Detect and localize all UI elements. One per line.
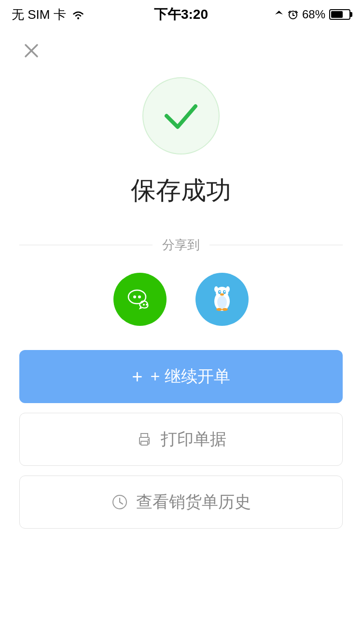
svg-point-17 <box>224 291 225 293</box>
svg-line-30 <box>120 502 123 504</box>
continue-label: + 继续开单 <box>150 365 230 388</box>
svg-point-19 <box>217 296 227 308</box>
clock-icon <box>111 493 128 511</box>
wifi-icon <box>71 9 85 20</box>
continue-icon: + <box>132 366 142 387</box>
checkmark-icon <box>159 94 203 138</box>
svg-point-20 <box>216 308 222 311</box>
qq-icon <box>207 284 237 315</box>
svg-point-16 <box>219 291 221 293</box>
svg-point-27 <box>148 439 149 441</box>
battery-percent: 68% <box>302 8 325 21</box>
qq-share-button[interactable] <box>195 273 249 326</box>
share-label: 分享到 <box>162 237 200 253</box>
share-divider: 分享到 <box>19 237 343 253</box>
print-button[interactable]: 打印单据 <box>19 413 343 466</box>
status-left: 无 SIM 卡 <box>12 6 85 23</box>
share-icons <box>19 273 343 326</box>
action-buttons: + + 继续开单 打印单据 查看销货单历史 <box>19 350 343 529</box>
wechat-share-button[interactable] <box>113 273 167 326</box>
print-label: 打印单据 <box>161 428 226 450</box>
svg-point-7 <box>133 295 136 298</box>
svg-rect-26 <box>141 434 148 437</box>
svg-point-21 <box>222 308 228 311</box>
history-label: 查看销货单历史 <box>136 491 251 513</box>
svg-point-10 <box>146 304 148 306</box>
printer-icon <box>136 431 153 448</box>
svg-point-23 <box>226 286 230 292</box>
battery-indicator <box>329 9 350 20</box>
svg-point-9 <box>143 304 145 306</box>
main-content: 保存成功 分享到 <box>0 29 362 644</box>
location-icon <box>274 10 284 19</box>
close-button[interactable] <box>19 39 43 63</box>
success-icon <box>142 77 220 154</box>
svg-point-0 <box>77 17 79 19</box>
wechat-icon <box>125 284 155 315</box>
svg-point-6 <box>128 290 146 304</box>
success-title: 保存成功 <box>131 174 231 208</box>
status-right: 68% <box>274 8 350 21</box>
svg-point-22 <box>214 286 218 292</box>
time-display: 下午3:20 <box>154 5 208 24</box>
share-section: 分享到 <box>19 237 343 326</box>
continue-button[interactable]: + + 继续开单 <box>19 350 343 403</box>
alarm-icon <box>288 9 298 20</box>
svg-rect-25 <box>141 441 148 445</box>
svg-point-18 <box>220 294 224 296</box>
status-bar: 无 SIM 卡 下午3:20 68% <box>0 0 362 29</box>
svg-point-8 <box>138 295 141 298</box>
history-button[interactable]: 查看销货单历史 <box>19 476 343 529</box>
no-sim-text: 无 SIM 卡 <box>12 6 66 23</box>
